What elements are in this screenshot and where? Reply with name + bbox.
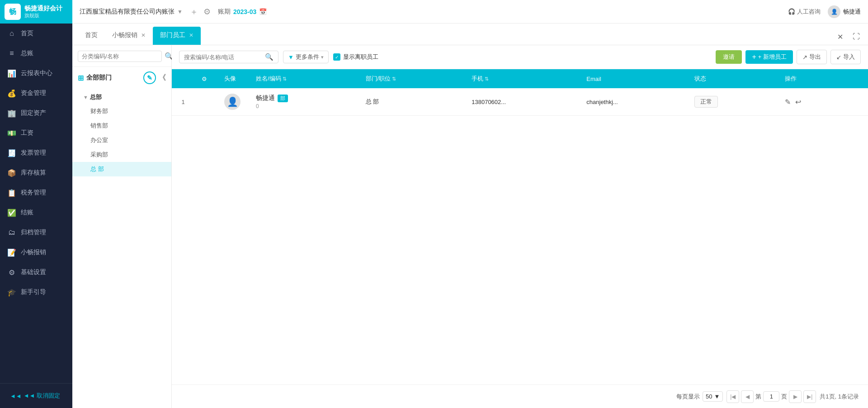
- sidebar-item-tax[interactable]: 📋 税务管理: [0, 183, 72, 203]
- support-button[interactable]: 🎧 人工咨询: [788, 8, 821, 16]
- col-dept-position[interactable]: 部门/职位: [359, 69, 465, 88]
- sidebar-item-inventory[interactable]: 📦 库存核算: [0, 163, 72, 183]
- sidebar-item-assets[interactable]: 🏢 固定资产: [0, 103, 72, 123]
- dept-item-general[interactable]: 总 部: [72, 162, 171, 176]
- dept-item-office[interactable]: 办公室: [72, 133, 171, 147]
- dept-arrow-icon: ▼: [83, 95, 88, 100]
- tab-xiaochang-close-icon[interactable]: ✕: [141, 32, 146, 38]
- show-resigned-checkbox[interactable]: ✓ 显示离职员工: [333, 53, 378, 61]
- import-button[interactable]: ↙ 导入: [830, 50, 861, 64]
- sidebar-item-ledger[interactable]: ≡ 总账: [0, 43, 72, 63]
- col-num: [172, 69, 194, 88]
- pagination-nav: |◀ ◀ 第 页 ▶ ▶|: [726, 390, 816, 403]
- edit-button[interactable]: ✎: [785, 98, 791, 106]
- checkbox-icon: ✓: [333, 53, 340, 61]
- add-employee-button[interactable]: + + 新增员工: [745, 50, 793, 64]
- dept-panel: 🔍 ⊞ 全部部门 ✎ 《 ▼ 总部 财务部 销售部 办公室 采购部: [72, 45, 172, 408]
- dept-item-purchase[interactable]: 采购部: [72, 147, 171, 162]
- tab-xiaochang-expense[interactable]: 小畅报销 ✕: [105, 27, 153, 45]
- sidebar-item-archive[interactable]: 🗂 归档管理: [0, 223, 72, 242]
- col-avatar: 头像: [217, 69, 249, 88]
- import-icon: ↙: [836, 54, 841, 61]
- assets-icon: 🏢: [7, 109, 16, 118]
- dept-group-general-label[interactable]: ▼ 总部: [72, 90, 171, 104]
- avatar-image: 👤: [224, 94, 241, 110]
- sidebar-item-guide[interactable]: 🎓 新手引导: [0, 282, 72, 302]
- show-resigned-label: 显示离职员工: [343, 53, 378, 61]
- sidebar-item-reports[interactable]: 📊 云报表中心: [0, 63, 72, 83]
- tab-close-button[interactable]: ✕: [834, 30, 846, 43]
- next-page-button[interactable]: ▶: [789, 390, 802, 403]
- topbar-settings-button[interactable]: ⚙: [203, 7, 211, 17]
- table-body: 1 👤 畅捷通 部 0: [172, 88, 868, 116]
- checkout-icon: ✅: [7, 208, 16, 217]
- dept-grid-icon: ⊞: [78, 74, 84, 82]
- ledger-icon: ≡: [7, 49, 16, 58]
- tabbar: 首页 小畅报销 ✕ 部门员工 ✕ ✕ ⛶: [72, 24, 868, 45]
- col-name-code[interactable]: 姓名/编码: [249, 69, 359, 88]
- topbar-right: 🎧 人工咨询 👤 畅捷通: [788, 5, 861, 18]
- sidebar-item-settings[interactable]: ⚙ 基础设置: [0, 262, 72, 282]
- pagination: 每页显示 50 ▼ |◀ ◀ 第 页 ▶ ▶| 共1页, 1条记录: [172, 384, 868, 408]
- sidebar-logo[interactable]: 畅 畅捷通好会计 旗舰版: [0, 0, 72, 24]
- home-icon: ⌂: [7, 29, 16, 38]
- tab-home[interactable]: 首页: [78, 27, 105, 45]
- filter-button[interactable]: ▼ 更多条件 ▾: [283, 51, 329, 63]
- period-selector[interactable]: 账期 2023-03 📅: [218, 8, 267, 16]
- user-menu[interactable]: 👤 畅捷通: [828, 5, 861, 18]
- per-page-select[interactable]: 50 ▼: [703, 391, 723, 402]
- page-body: 🔍 ⊞ 全部部门 ✎ 《 ▼ 总部 财务部 销售部 办公室 采购部: [72, 45, 868, 408]
- row-avatar: 👤: [217, 88, 249, 116]
- cancel-fix-button[interactable]: ◄◄ ◄◄ 取消固定: [0, 388, 72, 403]
- username: 畅捷通: [843, 8, 861, 16]
- avatar: 👤: [828, 5, 840, 18]
- tab-fullscreen-button[interactable]: ⛶: [850, 30, 863, 43]
- add-employee-label: + 新增员工: [758, 53, 787, 61]
- sidebar-item-home[interactable]: ⌂ 首页: [0, 24, 72, 43]
- headset-icon: 🎧: [788, 8, 795, 15]
- sidebar-item-funds[interactable]: 💰 资金管理: [0, 83, 72, 103]
- guide-icon: 🎓: [7, 288, 16, 297]
- last-page-button[interactable]: ▶|: [803, 390, 816, 403]
- inventory-icon: 📦: [7, 168, 16, 177]
- prev-page-button[interactable]: ◀: [741, 390, 754, 403]
- dept-search: 🔍: [72, 51, 171, 67]
- filter-label: 更多条件: [296, 53, 319, 61]
- dept-collapse-button[interactable]: 《: [159, 73, 166, 83]
- table-header-row: ⚙ 头像 姓名/编码 部门/职位 手机 Email 状态 操作: [172, 69, 868, 88]
- row-dept: 总 部: [359, 88, 465, 116]
- dept-item-finance[interactable]: 财务部: [72, 104, 171, 119]
- page-input[interactable]: [763, 391, 779, 402]
- sidebar-item-xiaochang[interactable]: 📝 小畅报销: [0, 242, 72, 262]
- search-button[interactable]: 🔍: [265, 53, 274, 61]
- dept-all-header[interactable]: ⊞ 全部部门 ✎ 《: [72, 67, 171, 89]
- search-input[interactable]: [184, 54, 265, 61]
- dept-group-general: ▼ 总部 财务部 销售部 办公室 采购部 总 部: [72, 90, 171, 176]
- row-actions: ✎ ↩: [778, 88, 868, 116]
- col-settings[interactable]: ⚙: [194, 69, 217, 88]
- tab-dept-employee[interactable]: 部门员工 ✕: [153, 27, 201, 45]
- company-selector[interactable]: 江西服宝精品有限责任公司内账张 ▼: [80, 8, 183, 16]
- tabbar-actions: ✕ ⛶: [834, 30, 863, 45]
- logo-text: 畅捷通好会计 旗舰版: [24, 5, 62, 19]
- sidebar-item-checkout[interactable]: ✅ 结账: [0, 203, 72, 223]
- per-page-arrow-icon: ▼: [714, 393, 720, 400]
- invite-button[interactable]: 邀请: [716, 50, 742, 64]
- export-button[interactable]: ↗ 导出: [797, 50, 827, 64]
- sidebar-item-invoice[interactable]: 🧾 发票管理: [0, 143, 72, 163]
- col-phone[interactable]: 手机: [464, 69, 579, 88]
- status-badge: 正常: [694, 96, 718, 108]
- logout-button[interactable]: ↩: [795, 98, 801, 106]
- dept-tree: ▼ 总部 财务部 销售部 办公室 采购部 总 部: [72, 89, 171, 403]
- row-num: 1: [172, 88, 194, 116]
- col-email: Email: [579, 69, 687, 88]
- first-page-button[interactable]: |◀: [726, 390, 739, 403]
- dept-search-input[interactable]: [78, 51, 162, 62]
- page-prefix: 第: [755, 393, 761, 401]
- add-company-button[interactable]: ＋: [190, 6, 198, 17]
- page-suffix: 页: [781, 393, 787, 401]
- tab-dept-close-icon[interactable]: ✕: [189, 32, 193, 38]
- dept-edit-button[interactable]: ✎: [143, 71, 156, 84]
- sidebar-item-salary[interactable]: 💵 工资: [0, 123, 72, 143]
- dept-item-sales[interactable]: 销售部: [72, 119, 171, 133]
